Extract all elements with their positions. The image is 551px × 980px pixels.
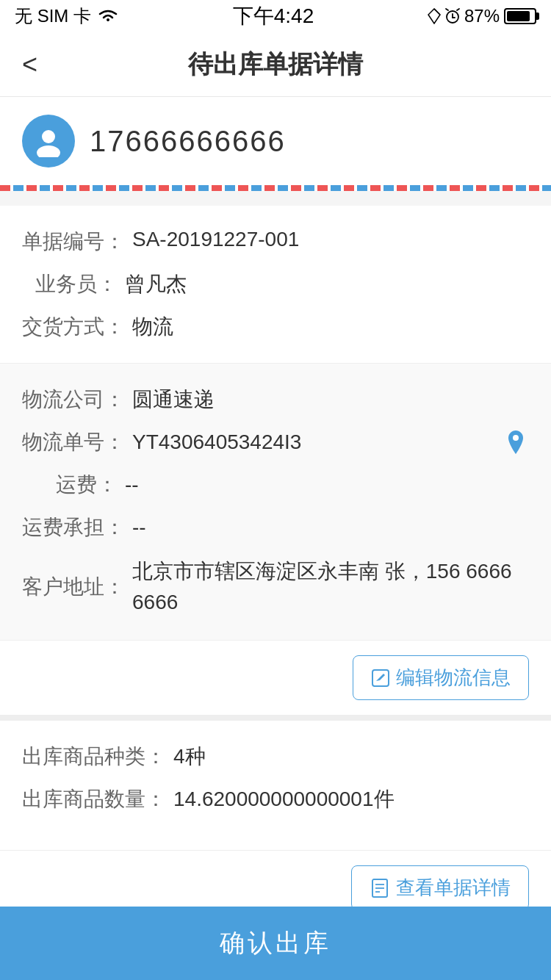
alarm-icon	[445, 8, 460, 24]
freight-bearer-row: 运费承担： --	[22, 514, 529, 541]
salesperson-row: 业务员： 曾凡杰	[22, 270, 529, 298]
status-right: 87%	[428, 6, 536, 26]
tracking-number-value: YT43064053424I3	[132, 430, 491, 454]
address-row: 客户地址： 北京市市辖区海淀区永丰南 张，156 6666 6666	[22, 556, 529, 618]
back-button[interactable]: <	[22, 49, 37, 80]
svg-line-3	[446, 9, 448, 10]
freight-value: --	[125, 473, 529, 497]
freight-label: 运费：	[22, 471, 125, 499]
avatar	[22, 115, 75, 167]
logistics-company-label: 物流公司：	[22, 386, 132, 414]
dashed-separator	[0, 185, 551, 191]
edit-icon	[371, 669, 390, 688]
freight-bearer-label: 运费承担：	[22, 514, 132, 541]
svg-point-5	[42, 130, 55, 143]
confirm-button-wrap: 确认出库	[0, 907, 551, 980]
goods-quantity-label: 出库商品数量：	[22, 785, 173, 813]
goods-types-label: 出库商品种类：	[22, 743, 173, 771]
page-title: 待出库单据详情	[188, 48, 363, 82]
goods-section: 出库商品种类： 4种 出库商品数量： 14.620000000000001件	[0, 721, 551, 850]
logistics-section: 物流公司： 圆通速递 物流单号： YT43064053424I3 运费： -- …	[0, 363, 551, 641]
goods-types-row: 出库商品种类： 4种	[22, 743, 529, 771]
edit-logistics-button[interactable]: 编辑物流信息	[353, 655, 529, 700]
document-number-row: 单据编号： SA-20191227-001	[22, 228, 529, 256]
edit-logistics-row: 编辑物流信息	[0, 641, 551, 721]
edit-logistics-label: 编辑物流信息	[396, 665, 511, 691]
document-number-value: SA-20191227-001	[132, 228, 529, 251]
tracking-number-row: 物流单号： YT43064053424I3	[22, 428, 529, 456]
goods-quantity-value: 14.620000000000001件	[173, 785, 395, 813]
svg-point-6	[37, 145, 60, 157]
address-value: 北京市市辖区海淀区永丰南 张，156 6666 6666	[132, 556, 529, 618]
document-icon	[370, 878, 390, 898]
svg-point-7	[513, 435, 519, 441]
status-bar: 无 SIM 卡 下午4:42 87%	[0, 0, 551, 32]
wifi-icon	[97, 8, 119, 24]
user-phone: 17666666666	[90, 125, 286, 158]
address-label: 客户地址：	[22, 573, 132, 601]
goods-types-value: 4种	[173, 743, 206, 771]
logistics-company-value: 圆通速递	[132, 386, 529, 414]
goods-quantity-row: 出库商品数量： 14.620000000000001件	[22, 785, 529, 813]
tracking-number-label: 物流单号：	[22, 428, 132, 456]
battery-fill	[507, 11, 530, 21]
map-location-icon[interactable]	[503, 429, 529, 455]
delivery-method-value: 物流	[132, 313, 529, 341]
svg-line-4	[457, 9, 459, 10]
status-time: 下午4:42	[233, 2, 314, 30]
status-left: 无 SIM 卡	[15, 4, 119, 28]
user-icon	[32, 125, 65, 157]
nav-bar: < 待出库单据详情	[0, 32, 551, 97]
view-detail-label: 查看单据详情	[396, 875, 511, 901]
logistics-company-row: 物流公司： 圆通速递	[22, 386, 529, 414]
battery-percent: 87%	[464, 6, 500, 26]
battery-icon	[504, 8, 536, 24]
carrier-label: 无 SIM 卡	[15, 4, 91, 28]
location-status-icon	[428, 8, 441, 24]
freight-row: 运费： --	[22, 471, 529, 499]
salesperson-value: 曾凡杰	[125, 270, 529, 298]
delivery-method-label: 交货方式：	[22, 313, 132, 341]
confirm-outbound-button[interactable]: 确认出库	[220, 926, 331, 960]
order-info-section: 单据编号： SA-20191227-001 业务员： 曾凡杰 交货方式： 物流	[0, 206, 551, 363]
freight-bearer-value: --	[132, 516, 529, 539]
document-number-label: 单据编号：	[22, 228, 132, 256]
view-detail-button[interactable]: 查看单据详情	[351, 865, 529, 910]
delivery-method-row: 交货方式： 物流	[22, 313, 529, 341]
user-section: 17666666666	[0, 97, 551, 185]
salesperson-label: 业务员：	[22, 270, 125, 298]
